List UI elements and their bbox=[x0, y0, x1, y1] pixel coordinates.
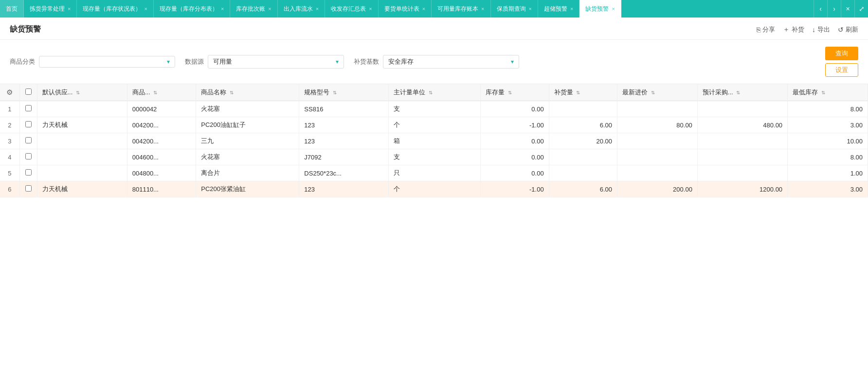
tab-label-exception: 拣货异常处理 bbox=[30, 5, 65, 13]
est-purchase-sort-icon[interactable]: ⇅ bbox=[736, 90, 740, 95]
cell-min-stock-2: 3.00 bbox=[788, 117, 868, 133]
gear-settings-icon[interactable]: ⚙ bbox=[6, 88, 13, 96]
tab-home[interactable]: 首页 bbox=[0, 0, 24, 18]
category-label: 商品分类 bbox=[10, 57, 35, 66]
table-row: 2 力天机械 004200... PC200油缸缸子 123 个 -1.00 6… bbox=[0, 117, 868, 133]
cell-product-code-6: 801110... bbox=[127, 181, 196, 197]
th-est-purchase-label: 预计采购... bbox=[703, 88, 733, 96]
tab-close-overstock[interactable]: × bbox=[570, 6, 573, 12]
tab-available-ledger[interactable]: 可用量库存账本× bbox=[432, 0, 490, 18]
th-unit-label: 主计量单位 bbox=[394, 88, 425, 96]
cell-supplier-6: 力天机械 bbox=[37, 181, 127, 197]
th-min-stock: 最低库存 ⇅ bbox=[788, 84, 868, 101]
th-product-code-label: 商品... bbox=[132, 88, 150, 96]
tab-label-expiry-query: 保质期查询 bbox=[497, 5, 526, 13]
unit-sort-icon[interactable]: ⇅ bbox=[429, 90, 433, 95]
tab-fullscreen-button[interactable]: ⤢ bbox=[854, 0, 868, 18]
cell-spec-6: 123 bbox=[299, 181, 389, 197]
supplier-sort-icon[interactable]: ⇅ bbox=[76, 90, 80, 95]
select-all-checkbox[interactable] bbox=[25, 88, 32, 95]
min-stock-sort-icon[interactable]: ⇅ bbox=[821, 90, 825, 95]
th-replenish: 补货量 ⇅ bbox=[549, 84, 617, 101]
tab-close-requisition-stat[interactable]: × bbox=[422, 6, 425, 12]
tab-label-collect-total: 收发存汇总表 bbox=[331, 5, 366, 13]
tab-close-shortage[interactable]: × bbox=[612, 6, 615, 12]
row-checkbox-6[interactable] bbox=[25, 185, 32, 192]
tab-requisition-stat[interactable]: 要货单统计表× bbox=[379, 0, 432, 18]
replenish-sort-icon[interactable]: ⇅ bbox=[576, 90, 580, 95]
row-checkbox-4[interactable] bbox=[25, 153, 32, 159]
cell-supplier-4 bbox=[37, 149, 127, 165]
tab-shortage[interactable]: 缺货预警× bbox=[579, 0, 621, 18]
cell-product-name-5: 离合片 bbox=[196, 165, 299, 181]
replenish-base-select[interactable]: 安全库存 ▾ bbox=[383, 55, 519, 69]
category-select[interactable]: ▾ bbox=[39, 56, 175, 68]
tab-expiry-query[interactable]: 保质期查询× bbox=[491, 0, 538, 18]
th-product-code: 商品... ⇅ bbox=[127, 84, 196, 101]
settings-button[interactable]: 设置 bbox=[825, 63, 858, 77]
refresh-icon: ↺ bbox=[838, 26, 844, 34]
row-checkbox-5[interactable] bbox=[25, 169, 32, 176]
query-button[interactable]: 查询 bbox=[825, 47, 858, 60]
cell-product-code-1: 0000042 bbox=[127, 101, 196, 117]
tab-close-collect-total[interactable]: × bbox=[369, 6, 372, 12]
tab-exception[interactable]: 拣货异常处理× bbox=[24, 0, 77, 18]
th-est-purchase: 预计采购... ⇅ bbox=[697, 84, 787, 101]
filter-bar: 商品分类 ▾ 数据源 可用量 ▾ 补货基数 安全库存 ▾ 查询 设置 bbox=[0, 40, 868, 84]
spec-sort-icon[interactable]: ⇅ bbox=[333, 90, 337, 95]
datasource-dropdown-icon: ▾ bbox=[336, 58, 339, 65]
share-label: 分享 bbox=[762, 25, 775, 34]
table-row: 3 004200... 三九 123 箱 0.00 20.00 10.00 bbox=[0, 133, 868, 149]
tab-close-expiry-query[interactable]: × bbox=[529, 6, 532, 12]
stock-sort-icon[interactable]: ⇅ bbox=[508, 90, 512, 95]
row-checkbox-3[interactable] bbox=[25, 137, 32, 143]
tab-close-available-ledger[interactable]: × bbox=[481, 6, 484, 12]
product-name-sort-icon[interactable]: ⇅ bbox=[230, 90, 234, 95]
tab-label-inventory-dist: 现存量（库存分布表） bbox=[160, 5, 218, 13]
tab-close-all-button[interactable]: × bbox=[841, 0, 854, 18]
th-supplier-label: 默认供应... bbox=[42, 88, 73, 96]
export-action[interactable]: ↓ 导出 bbox=[812, 25, 830, 34]
cell-supplier-5 bbox=[37, 165, 127, 181]
th-min-stock-label: 最低库存 bbox=[793, 88, 818, 96]
row-num-2: 2 bbox=[0, 117, 19, 133]
datasource-select[interactable]: 可用量 ▾ bbox=[208, 55, 344, 69]
tab-collect-total[interactable]: 收发存汇总表× bbox=[325, 0, 378, 18]
tab-close-exception[interactable]: × bbox=[68, 6, 71, 12]
replenish-base-value: 安全库存 bbox=[388, 57, 414, 66]
cell-product-code-2: 004200... bbox=[127, 117, 196, 133]
row-checkbox-cell-5 bbox=[19, 165, 37, 181]
latest-price-sort-icon[interactable]: ⇅ bbox=[651, 90, 655, 95]
tab-next-button[interactable]: › bbox=[827, 0, 841, 18]
tab-inventory-status[interactable]: 现存量（库存状况表）× bbox=[77, 0, 153, 18]
tab-close-inventory-status[interactable]: × bbox=[144, 6, 147, 12]
cell-spec-2: 123 bbox=[299, 117, 389, 133]
tab-prev-button[interactable]: ‹ bbox=[814, 0, 827, 18]
tab-batch-account[interactable]: 库存批次账× bbox=[230, 0, 277, 18]
tab-close-inout-flow[interactable]: × bbox=[316, 6, 319, 12]
cell-supplier-1 bbox=[37, 101, 127, 117]
cell-supplier-2: 力天机械 bbox=[37, 117, 127, 133]
cell-product-name-1: 火花塞 bbox=[196, 101, 299, 117]
th-replenish-label: 补货量 bbox=[554, 88, 573, 96]
product-code-sort-icon[interactable]: ⇅ bbox=[153, 90, 157, 95]
replenish-action[interactable]: ＋ 补货 bbox=[783, 25, 804, 34]
tab-close-batch-account[interactable]: × bbox=[268, 6, 271, 12]
cell-spec-3: 123 bbox=[299, 133, 389, 149]
row-checkbox-2[interactable] bbox=[25, 121, 32, 127]
cell-product-code-5: 004800... bbox=[127, 165, 196, 181]
cell-min-stock-3: 10.00 bbox=[788, 133, 868, 149]
cell-latest-price-3 bbox=[617, 133, 698, 149]
row-checkbox-1[interactable] bbox=[25, 105, 32, 111]
th-stock: 库存量 ⇅ bbox=[481, 84, 549, 101]
tab-inventory-dist[interactable]: 现存量（库存分布表）× bbox=[154, 0, 230, 18]
table-row: 4 004600... 火花塞 J7092 支 0.00 8.00 bbox=[0, 149, 868, 165]
tab-close-inventory-dist[interactable]: × bbox=[221, 6, 224, 12]
tab-inout-flow[interactable]: 出入库流水× bbox=[278, 0, 325, 18]
table-row: 1 0000042 火花塞 SS816 支 0.00 8.00 bbox=[0, 101, 868, 117]
cell-product-name-3: 三九 bbox=[196, 133, 299, 149]
tab-overstock[interactable]: 超储预警× bbox=[538, 0, 579, 18]
share-action[interactable]: ⎘ 分享 bbox=[757, 25, 775, 34]
row-checkbox-cell-3 bbox=[19, 133, 37, 149]
refresh-action[interactable]: ↺ 刷新 bbox=[838, 25, 858, 34]
